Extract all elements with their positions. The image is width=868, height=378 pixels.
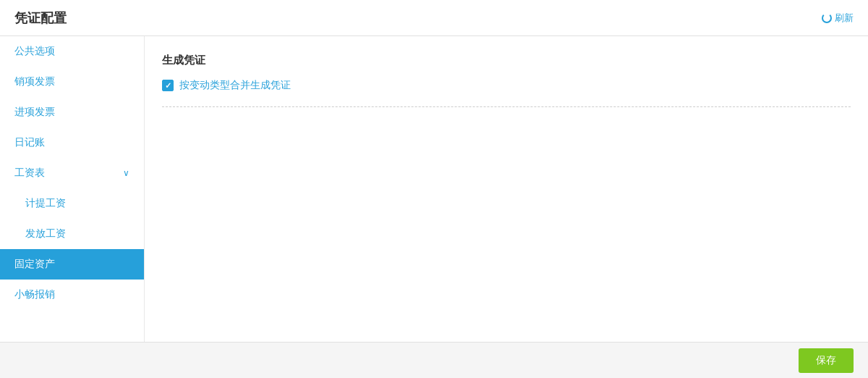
sidebar-item-fixed-assets[interactable]: 固定资产 [0,249,144,280]
section-title: 生成凭证 [162,54,851,67]
main-content: 生成凭证 按变动类型合并生成凭证 [145,36,868,342]
sidebar-item-label: 小畅报销 [14,288,55,301]
sidebar-item-label: 公共选项 [14,45,55,58]
page-wrapper: 凭证配置 刷新 公共选项销项发票进项发票日记账工资表∨计提工资发放工资固定资产小… [0,0,868,378]
sidebar-item-public[interactable]: 公共选项 [0,36,144,67]
header: 凭证配置 刷新 [0,0,868,36]
sidebar-item-label: 工资表 [14,167,45,180]
sidebar-item-label: 发放工资 [25,227,66,240]
refresh-button[interactable]: 刷新 [822,12,854,25]
refresh-label: 刷新 [835,12,854,25]
sidebar: 公共选项销项发票进项发票日记账工资表∨计提工资发放工资固定资产小畅报销 [0,36,145,342]
sidebar-item-journal[interactable]: 日记账 [0,127,144,158]
sidebar-item-label: 固定资产 [14,258,55,271]
sidebar-item-payroll-table[interactable]: 工资表∨ [0,158,144,188]
sidebar-item-purchase-invoice[interactable]: 进项发票 [0,97,144,127]
chevron-down-icon: ∨ [123,168,129,178]
checkbox-label[interactable]: 按变动类型合并生成凭证 [179,79,291,92]
checkbox-row: 按变动类型合并生成凭证 [162,79,851,92]
sidebar-item-label: 日记账 [14,136,45,149]
sidebar-item-sales-invoice[interactable]: 销项发票 [0,67,144,97]
page-title: 凭证配置 [14,9,67,27]
sidebar-item-label: 销项发票 [14,75,55,88]
sidebar-item-calc-payroll[interactable]: 计提工资 [0,188,144,219]
sidebar-item-pay-payroll[interactable]: 发放工资 [0,219,144,249]
sidebar-item-label: 进项发票 [14,106,55,119]
sidebar-item-expense-report[interactable]: 小畅报销 [0,280,144,310]
content-area: 公共选项销项发票进项发票日记账工资表∨计提工资发放工资固定资产小畅报销 生成凭证… [0,36,868,342]
divider [162,106,851,107]
save-button[interactable]: 保存 [799,348,854,373]
merge-type-checkbox[interactable] [162,80,174,91]
footer: 保存 [0,342,868,378]
refresh-icon [822,13,832,23]
sidebar-item-label: 计提工资 [25,197,66,210]
